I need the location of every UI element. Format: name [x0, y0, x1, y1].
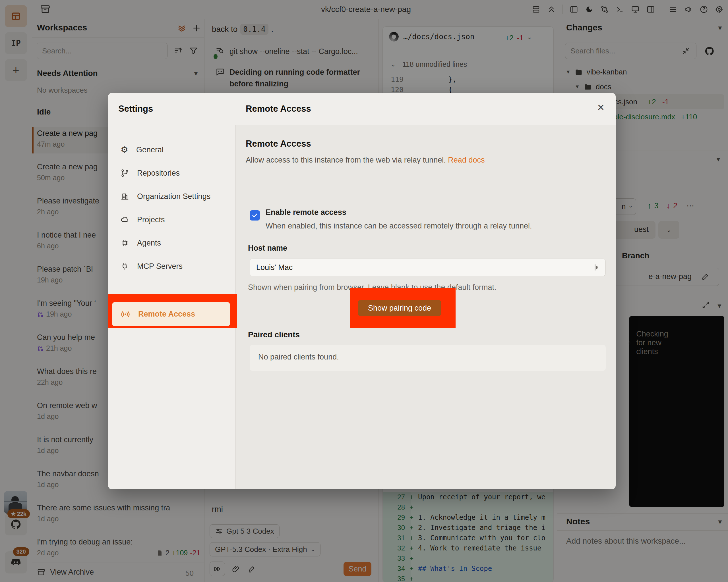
checkbox-help: When enabled, this instance can be acces…: [266, 222, 532, 230]
paired-clients-empty-box: No paired clients found.: [250, 345, 606, 371]
cloud-icon: [121, 215, 129, 224]
spinner-icon: [627, 339, 631, 347]
nav-item-remote-access[interactable]: Remote Access: [112, 302, 230, 326]
settings-modal: Settings Remote Access × ⚙ General Repos…: [108, 93, 616, 489]
host-name-input[interactable]: [250, 258, 606, 276]
gear-icon: ⚙: [121, 145, 128, 154]
checkbox-label[interactable]: Enable remote access: [266, 208, 346, 217]
paired-clients-label: Paired clients: [248, 330, 300, 339]
content-description: Allow access to this instance from the w…: [246, 156, 485, 165]
chip-icon: [121, 239, 129, 247]
content-heading: Remote Access: [246, 139, 311, 149]
nav-item-repositories[interactable]: Repositories: [112, 161, 230, 185]
nav-item-agents[interactable]: Agents: [112, 231, 230, 255]
enable-remote-access-checkbox[interactable]: [250, 210, 260, 221]
app-screen: IP + ★ 22k 320: [0, 0, 728, 582]
building-icon: [121, 192, 129, 201]
nav-item-mcp-servers[interactable]: MCP Servers: [112, 255, 230, 278]
git-branch-icon: [121, 169, 129, 177]
nav-item-general[interactable]: ⚙ General: [112, 138, 230, 161]
modal-nav: ⚙ General Repositories Organization Sett…: [108, 125, 236, 489]
checking-clients-status: Checking for new clients: [627, 330, 673, 356]
nav-item-projects[interactable]: Projects: [112, 208, 230, 231]
plug-icon: [121, 262, 129, 271]
close-icon[interactable]: ×: [597, 102, 604, 113]
show-pairing-code-button[interactable]: Show pairing code: [358, 300, 441, 316]
modal-title: Settings: [118, 104, 153, 114]
modal-header: Settings Remote Access ×: [108, 93, 616, 125]
read-docs-link[interactable]: Read docs: [448, 156, 485, 164]
modal-content: Remote Access Allow access to this insta…: [235, 125, 616, 489]
broadcast-icon: [121, 309, 130, 319]
check-icon: [251, 212, 258, 219]
modal-panel-title: Remote Access: [246, 104, 311, 114]
text-cursor-icon: [592, 263, 600, 272]
host-name-label: Host name: [248, 244, 287, 253]
nav-item-organization-settings[interactable]: Organization Settings: [112, 185, 230, 208]
